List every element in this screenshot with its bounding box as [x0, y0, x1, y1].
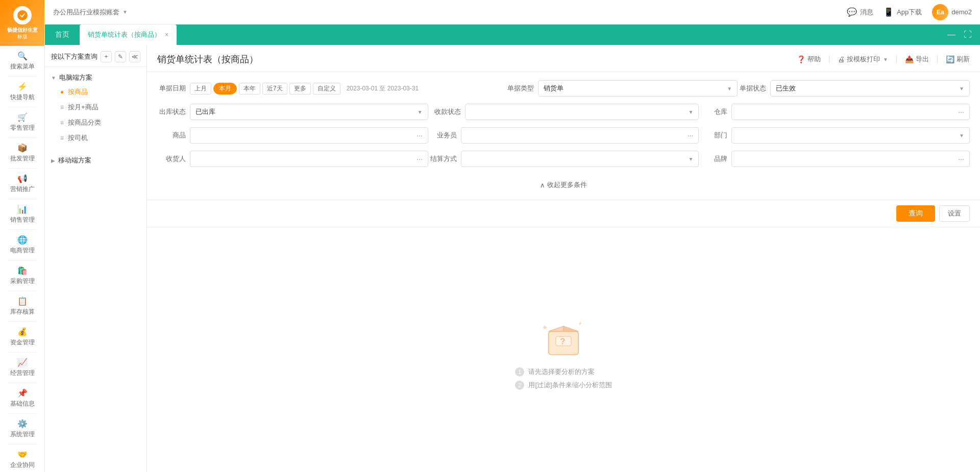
sidebar-item-ecommerce[interactable]: 🌐电商管理: [8, 230, 37, 261]
inventory-icon: 📋: [17, 296, 28, 306]
avatar: Ea: [932, 4, 948, 20]
warehouse-input[interactable]: ···: [731, 104, 970, 120]
sidebar-label-system: 系统管理: [10, 430, 35, 439]
collapse-panel-btn[interactable]: ≪: [129, 51, 140, 62]
scheme-group-header-0[interactable]: ▼电脑端方案: [51, 71, 140, 84]
edit-scheme-btn[interactable]: ✎: [115, 51, 126, 62]
receiver-input[interactable]: ···: [190, 151, 428, 167]
salesperson-input[interactable]: ···: [461, 127, 699, 144]
scheme-item-warehouse[interactable]: ≡按司机: [51, 130, 140, 146]
docstatus-label: 单据状态: [738, 84, 766, 93]
brand-label: 品牌: [699, 154, 727, 163]
receiptstatus-dropdown-icon: ▼: [688, 109, 693, 115]
plus-icon: +: [104, 53, 108, 60]
sidebar-label-enterprise: 企业协同: [10, 461, 35, 469]
scheme-item-month_commodity[interactable]: ≡按月+商品: [51, 100, 140, 115]
sidebar-item-enterprise[interactable]: 🤝企业协同: [8, 444, 37, 472]
doctype-select[interactable]: 销货单 ▼: [538, 80, 738, 97]
sidebar-item-system[interactable]: ⚙️系统管理: [8, 414, 37, 444]
date-btn-this-year[interactable]: 本年: [239, 83, 260, 95]
chevron-up-icon: ∧: [540, 181, 545, 189]
print-btn[interactable]: 🖨 按模板打印 ▼: [838, 55, 888, 64]
receiptstatus-control: ▼: [465, 104, 699, 120]
app-download-label: App下载: [897, 8, 922, 17]
docstatus-select[interactable]: 已生效 ▼: [770, 80, 970, 97]
scheme-item-icon-month_commodity: ≡: [60, 104, 64, 111]
date-btn-more[interactable]: 更多: [289, 83, 311, 95]
sidebar-item-search[interactable]: 🔍搜索菜单: [8, 46, 37, 77]
commodity-label: 商品: [157, 131, 186, 140]
brand-input[interactable]: ···: [731, 151, 970, 167]
divider-1: [829, 56, 829, 63]
receiptstatus-select[interactable]: ▼: [465, 104, 699, 120]
salesperson-label: 业务员: [428, 131, 457, 140]
sidebar-item-marketing[interactable]: 📢营销推广: [8, 169, 37, 199]
user-menu[interactable]: Ea demo2: [932, 4, 972, 20]
outstatus-select[interactable]: 已出库 ▼: [190, 104, 428, 120]
date-btn-last-month[interactable]: 上月: [190, 83, 211, 95]
sidebar-item-finance[interactable]: 💰资金管理: [8, 322, 37, 352]
tab-close-icon[interactable]: ×: [165, 31, 168, 38]
export-icon: 📤: [905, 55, 914, 63]
filter-doctype-field: 单据类型 销货单 ▼: [505, 80, 738, 97]
enterprise-icon: 🤝: [17, 450, 28, 459]
scheme-item-label-commodity: 按商品: [68, 87, 88, 97]
refresh-btn[interactable]: 🔄 刷新: [946, 55, 970, 64]
app-logo[interactable]: 畅捷信好生意 标版: [0, 0, 45, 46]
collapse-btn[interactable]: ∧ 收起更多条件: [534, 178, 593, 192]
purchase-icon: 🛍️: [17, 266, 28, 275]
commodity-control: ···: [190, 127, 428, 144]
sidebar-label-search: 搜索菜单: [10, 62, 35, 71]
receiver-label: 收货人: [157, 154, 186, 163]
filter-dept-field: 部门 ▼: [699, 127, 970, 144]
scheme-item-category[interactable]: ≡按商品分类: [51, 115, 140, 130]
tab-window-max-btn[interactable]: ⛶: [962, 28, 974, 41]
date-btn-this-month[interactable]: 本月: [213, 83, 237, 95]
scheme-item-commodity[interactable]: ●按商品: [51, 84, 140, 100]
commodity-input[interactable]: ···: [190, 127, 428, 144]
query-btn[interactable]: 查询: [896, 205, 935, 222]
scheme-group-header-1[interactable]: ▶移动端方案: [51, 154, 140, 167]
warehouse-ellipsis[interactable]: ···: [958, 108, 964, 116]
sidebar-label-purchase: 采购管理: [10, 277, 35, 286]
sidebar-item-quick[interactable]: ⚡快捷导航: [8, 77, 37, 107]
doctype-dropdown-icon: ▼: [727, 86, 732, 91]
message-btn[interactable]: 💬 消息: [847, 7, 873, 17]
help-btn[interactable]: ❓ 帮助: [797, 55, 821, 64]
empty-step-1: 1 请先选择要分析的方案: [515, 367, 611, 376]
sidebar-item-inventory[interactable]: 📋库存核算: [8, 291, 37, 322]
commodity-ellipsis[interactable]: ···: [416, 131, 423, 139]
date-buttons: 上月 本月 本年 近7天 更多 自定义: [190, 83, 340, 95]
salesperson-control: ···: [461, 127, 699, 144]
tab-home[interactable]: 首页: [45, 25, 80, 45]
tab-active[interactable]: 销货单统计表（按商品） ×: [80, 25, 177, 45]
print-dropdown-icon: ▼: [883, 57, 888, 62]
brand-ellipsis[interactable]: ···: [958, 155, 964, 163]
app-download-btn[interactable]: 📱 App下载: [884, 7, 922, 17]
user-name: demo2: [951, 8, 972, 16]
content-area: 按以下方案查询 + ✎ ≪ ▼电脑端方案●按商品≡按月+商品≡按商品分类≡按司机…: [45, 45, 980, 472]
receiver-ellipsis[interactable]: ···: [416, 155, 423, 163]
sidebar-item-basic[interactable]: 📌基础信息: [8, 383, 37, 414]
sidebar-item-retail[interactable]: 🛒零售管理: [8, 107, 37, 138]
topbar-left: 办公用品行业模拟账套 ▼: [53, 8, 128, 17]
sidebar-item-purchase[interactable]: 🛍️采购管理: [8, 261, 37, 291]
export-btn[interactable]: 📤 导出: [905, 55, 929, 64]
dept-select[interactable]: ▼: [731, 127, 970, 144]
date-btn-custom[interactable]: 自定义: [313, 83, 340, 95]
industry-selector[interactable]: 办公用品行业模拟账套 ▼: [53, 8, 128, 17]
main-area: 办公用品行业模拟账套 ▼ 💬 消息 📱 App下载 Ea demo2 首页: [45, 0, 980, 472]
doctype-label: 单据类型: [505, 84, 534, 93]
settings-btn[interactable]: 设置: [939, 205, 970, 222]
date-btn-7days[interactable]: 近7天: [262, 83, 287, 95]
salesperson-ellipsis[interactable]: ···: [688, 131, 694, 139]
operations-icon: 📈: [17, 358, 28, 367]
divider-3: [937, 56, 938, 63]
add-scheme-btn[interactable]: +: [101, 51, 112, 62]
outstatus-value: 已出库: [195, 107, 215, 116]
sidebar-item-operations[interactable]: 📈经营管理: [8, 352, 37, 383]
tab-window-min-btn[interactable]: —: [945, 28, 958, 41]
payment-select[interactable]: ▼: [461, 151, 699, 167]
sidebar-item-sales[interactable]: 📊销售管理: [8, 199, 37, 230]
sidebar-item-wholesale[interactable]: 📦批发管理: [8, 138, 37, 169]
